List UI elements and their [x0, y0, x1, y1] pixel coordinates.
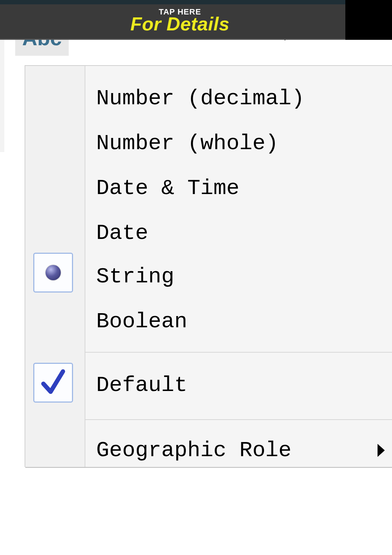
- menu-item-geographic-role[interactable]: Geographic Role: [96, 429, 385, 472]
- menu-item-label: Date & Time: [96, 176, 239, 201]
- menu-item-string[interactable]: String: [96, 255, 385, 298]
- promo-details-line: For Details: [130, 14, 229, 33]
- menu-item-boolean[interactable]: Boolean: [96, 300, 385, 343]
- menu-item-label: Geographic Role: [96, 438, 291, 463]
- menu-item-label: Number (whole): [96, 131, 278, 156]
- submenu-arrow-icon: [378, 444, 385, 457]
- promo-banner-black-right: [345, 0, 392, 40]
- menu-item-date-time[interactable]: Date & Time: [96, 167, 385, 210]
- menu-icon-column: [25, 66, 85, 467]
- checked-indicator-box: [33, 363, 73, 403]
- menu-separator: [85, 419, 392, 420]
- menu-item-default[interactable]: Default: [96, 363, 385, 407]
- menu-item-label: Boolean: [96, 309, 187, 334]
- bullet-icon: [46, 265, 61, 280]
- left-grey-strip: [0, 40, 4, 152]
- menu-item-number-whole[interactable]: Number (whole): [96, 122, 385, 165]
- promo-banner-text: TAP HERE For Details: [130, 8, 229, 33]
- menu-separator: [85, 352, 392, 353]
- check-icon: [41, 369, 66, 397]
- menu-item-date[interactable]: Date: [96, 211, 385, 255]
- menu-item-number-decimal[interactable]: Number (decimal): [96, 77, 385, 120]
- menu-item-label: Default: [96, 373, 187, 398]
- menu-item-label: String: [96, 264, 174, 289]
- menu-item-label: Date: [96, 221, 148, 245]
- menu-items-column: Number (decimal) Number (whole) Date & T…: [85, 66, 392, 467]
- promo-banner[interactable]: TAP HERE For Details: [0, 0, 345, 40]
- menu-item-label: Number (decimal): [96, 86, 304, 111]
- selected-indicator-box: [33, 253, 73, 293]
- datatype-context-menu: Number (decimal) Number (whole) Date & T…: [25, 65, 392, 467]
